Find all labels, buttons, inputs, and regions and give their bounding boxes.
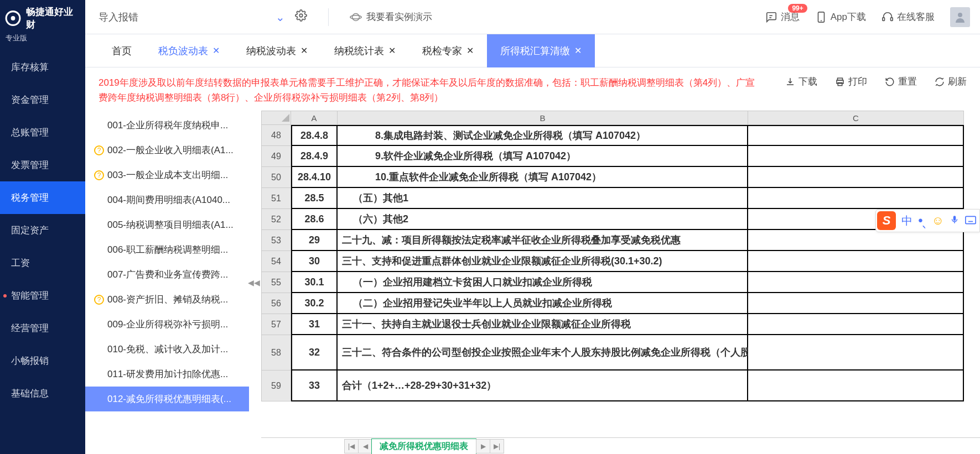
nav-item-10[interactable]: 基础信息 [0, 377, 85, 410]
cell-b[interactable]: 三十、支持和促进重点群体创业就业企业限额减征企业所得税(30.1+30.2) [338, 251, 748, 272]
sheet-last-icon[interactable]: ▶| [490, 439, 504, 453]
cell-c[interactable] [748, 314, 964, 335]
cell-b[interactable]: 合计（1+2+…+28-29+30+31+32） [338, 370, 748, 401]
download-button[interactable]: 下载 [785, 75, 817, 88]
close-icon[interactable]: ✕ [388, 45, 396, 56]
nav-item-3[interactable]: 发票管理 [0, 149, 85, 181]
ime-lang[interactable]: 中 [901, 213, 912, 228]
cell-c[interactable] [748, 167, 964, 188]
cell-b[interactable]: 8.集成电路封装、测试企业减免企业所得税（填写 A107042） [338, 125, 748, 146]
sheet-tab-active[interactable]: 减免所得税优惠明细表 [371, 439, 476, 454]
nav-item-1[interactable]: 资金管理 [0, 84, 85, 116]
cell-a[interactable]: 31 [291, 314, 338, 335]
tab-0[interactable]: 首页 [98, 34, 145, 67]
formlist-item-9[interactable]: 010-免税、减计收入及加计... [85, 337, 249, 362]
close-icon[interactable]: ✕ [212, 45, 220, 56]
row-header[interactable]: 56 [261, 293, 291, 314]
cell-b[interactable]: （一）企业招用建档立卡贫困人口就业扣减企业所得税 [338, 272, 748, 293]
refresh-button[interactable]: 刷新 [935, 75, 967, 88]
formlist-item-4[interactable]: 005-纳税调整项目明细表(A1... [85, 212, 249, 237]
cell-c[interactable] [748, 251, 964, 272]
ime-emoji-icon[interactable]: ☺ [932, 213, 944, 228]
row-header[interactable]: 49 [261, 146, 291, 167]
cell-c[interactable] [748, 146, 964, 167]
formlist-item-6[interactable]: 007-广告费和业务宣传费跨... [85, 262, 249, 287]
col-header-a[interactable]: A [291, 111, 338, 125]
formlist-item-2[interactable]: ?003-一般企业成本支出明细... [85, 163, 249, 187]
cell-c[interactable] [748, 272, 964, 293]
row-header[interactable]: 59 [261, 370, 291, 401]
chevron-down-icon[interactable]: ⌄ [276, 11, 285, 24]
close-icon[interactable]: ✕ [300, 45, 308, 56]
tab-2[interactable]: 纳税波动表✕ [233, 34, 321, 67]
nav-item-9[interactable]: 小畅报销 [0, 345, 85, 377]
tab-5[interactable]: 所得税汇算清缴✕ [487, 34, 595, 67]
tab-1[interactable]: 税负波动表✕ [145, 34, 233, 67]
ime-punct-icon[interactable]: •ˎ [918, 213, 926, 228]
ime-keyboard-icon[interactable] [965, 215, 976, 227]
cell-a[interactable]: 28.5 [291, 188, 338, 209]
formlist-item-3[interactable]: 004-期间费用明细表(A1040... [85, 187, 249, 212]
reset-button[interactable]: 重置 [885, 75, 917, 88]
messages-button[interactable]: 消息 99+ [765, 11, 800, 23]
nav-item-8[interactable]: 经营管理 [0, 312, 85, 345]
row-header[interactable]: 55 [261, 272, 291, 293]
formlist-item-1[interactable]: ?002-一般企业收入明细表(A1... [85, 138, 249, 163]
tab-3[interactable]: 纳税统计表✕ [321, 34, 409, 67]
nav-item-5[interactable]: 固定资产 [0, 214, 85, 247]
cell-b[interactable]: 三十一、扶持自主就业退役士兵创业就业企业限额减征企业所得税 [338, 314, 748, 335]
cell-b[interactable]: （二）企业招用登记失业半年以上人员就业扣减企业所得税 [338, 293, 748, 314]
demo-link[interactable]: 我要看实例演示 [350, 11, 432, 23]
cell-a[interactable]: 28.4.10 [291, 167, 338, 188]
row-header[interactable]: 53 [261, 230, 291, 251]
cell-b[interactable]: 9.软件企业减免企业所得税（填写 A107042） [338, 146, 748, 167]
formlist-item-11[interactable]: 012-减免所得税优惠明细表(... [85, 387, 249, 411]
cell-c[interactable] [748, 125, 964, 146]
cell-a[interactable]: 28.4.9 [291, 146, 338, 167]
formlist-item-8[interactable]: 009-企业所得税弥补亏损明... [85, 312, 249, 337]
cell-b[interactable]: （六）其他2 [338, 209, 748, 230]
nav-item-2[interactable]: 总账管理 [0, 116, 85, 149]
nav-item-4[interactable]: 税务管理 [0, 181, 85, 214]
online-service-button[interactable]: 在线客服 [882, 11, 935, 23]
cell-c[interactable] [748, 370, 964, 401]
formlist-item-0[interactable]: 001-企业所得税年度纳税申... [85, 113, 249, 138]
cell-a[interactable]: 28.4.8 [291, 125, 338, 146]
close-icon[interactable]: ✕ [574, 45, 582, 56]
close-icon[interactable]: ✕ [466, 45, 474, 56]
cell-a[interactable]: 30.1 [291, 272, 338, 293]
cell-a[interactable]: 32 [291, 335, 338, 370]
row-header[interactable]: 57 [261, 314, 291, 335]
nav-item-7[interactable]: 智能管理 [0, 279, 85, 312]
cell-c[interactable] [748, 293, 964, 314]
cell-a[interactable]: 33 [291, 370, 338, 401]
sheet-first-icon[interactable]: |◀ [344, 439, 359, 453]
cell-b[interactable]: 三十二、符合条件的公司型创投企业按照企业年末个人股东持股比例减免企业所得税（个人… [338, 335, 748, 370]
formlist-item-5[interactable]: 006-职工薪酬纳税调整明细... [85, 237, 249, 262]
grid-body[interactable]: 4828.4.8 8.集成电路封装、测试企业减免企业所得税（填写 A107042… [261, 125, 980, 437]
grid-corner[interactable] [261, 111, 291, 125]
import-error-dropdown[interactable]: 导入报错 [98, 11, 138, 24]
row-header[interactable]: 52 [261, 209, 291, 230]
ime-mic-icon[interactable] [950, 215, 960, 227]
avatar[interactable] [950, 7, 970, 27]
row-header[interactable]: 50 [261, 167, 291, 188]
ime-widget[interactable]: S 中 •ˎ ☺ [875, 209, 980, 232]
cell-b[interactable]: 二十九、减：项目所得额按法定税率减半征收企业所得税叠加享受减免税优惠 [338, 230, 748, 251]
sheet-prev-icon[interactable]: ◀ [358, 439, 372, 453]
cell-a[interactable]: 30 [291, 251, 338, 272]
cell-b[interactable]: 10.重点软件企业减免企业所得税（填写 A107042） [338, 167, 748, 188]
collapse-handle[interactable]: ◀◀ [249, 266, 259, 299]
formlist-item-10[interactable]: 011-研发费用加计扣除优惠... [85, 362, 249, 387]
gear-icon[interactable] [295, 9, 307, 24]
row-header[interactable]: 54 [261, 251, 291, 272]
cell-c[interactable] [748, 188, 964, 209]
sheet-next-icon[interactable]: ▶ [476, 439, 490, 453]
tab-4[interactable]: 税检专家✕ [409, 34, 487, 67]
row-header[interactable]: 48 [261, 125, 291, 146]
app-download-button[interactable]: App下载 [815, 11, 866, 23]
cell-b[interactable]: （五）其他1 [338, 188, 748, 209]
col-header-c[interactable]: C [748, 111, 964, 125]
nav-item-0[interactable]: 库存核算 [0, 51, 85, 84]
cell-c[interactable] [748, 230, 964, 251]
